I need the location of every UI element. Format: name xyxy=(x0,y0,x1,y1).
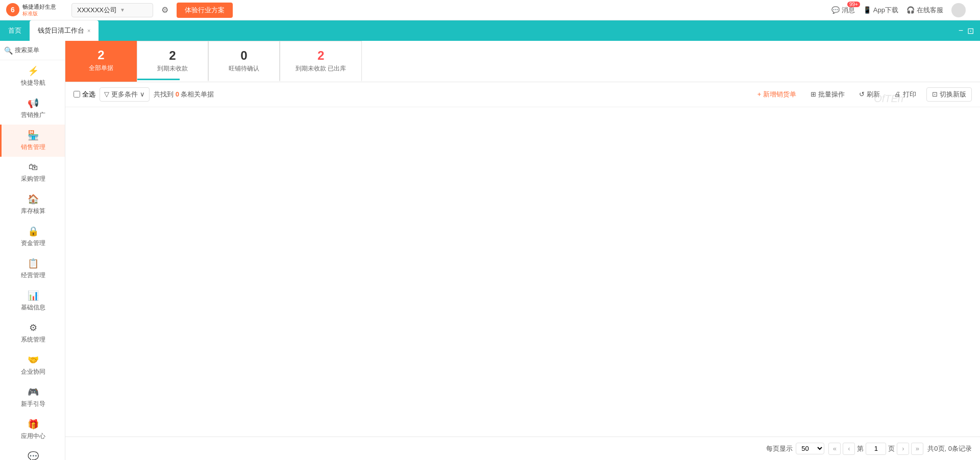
toolbar-right: + 新增销货单 ⊞ 批量操作 ↺ 刷新 🖨 打印 ⊡ 切换新版 xyxy=(753,87,972,102)
sidebar-item-label: 营销推广 xyxy=(21,111,45,119)
phone-icon: 📱 xyxy=(863,6,871,14)
sidebar-item-finance[interactable]: 🔒 资金管理 xyxy=(0,221,65,253)
search-icon: 🔍 xyxy=(4,46,13,55)
last-page-icon: » xyxy=(916,445,919,452)
sidebar-item-operation[interactable]: 📋 经营管理 xyxy=(0,253,65,285)
sidebar-item-enterprise[interactable]: 🤝 企业协同 xyxy=(0,349,65,381)
app-download-item[interactable]: 📱 App下载 xyxy=(863,6,898,15)
quick-nav-icon: ⚡ xyxy=(28,65,39,77)
tab-work[interactable]: 钱货日清工作台 × xyxy=(30,20,99,41)
card-all-label: 全部单据 xyxy=(89,64,113,72)
message-item[interactable]: 💬 消息 99+ xyxy=(831,6,855,15)
page-input[interactable] xyxy=(866,443,886,455)
tab-nav: 首页 钱货日清工作台 × − ⊡ xyxy=(0,20,980,41)
next-page-icon: › xyxy=(902,445,904,452)
batch-button[interactable]: ⊞ 批量操作 xyxy=(806,88,849,101)
batch-icon: ⊞ xyxy=(811,90,816,98)
switch-label: 切换新版 xyxy=(940,90,966,99)
select-all-input[interactable] xyxy=(74,91,80,98)
sidebar-item-label: 新手引导 xyxy=(21,400,45,408)
sidebar-item-purchase[interactable]: 🛍 采购管理 xyxy=(0,157,65,188)
sidebar-item-label: 企业协同 xyxy=(21,368,45,376)
card-pending-label: 旺铺待确认 xyxy=(229,64,259,73)
logo-title: 畅捷通好生意 xyxy=(22,3,56,10)
sidebar-item-sales[interactable]: 🏪 销售管理 xyxy=(0,125,65,157)
filter-label: 更多条件 xyxy=(111,90,138,99)
found-count: 0 xyxy=(176,90,179,98)
card-pending[interactable]: 0 旺铺待确认 xyxy=(208,41,280,82)
app-download-label: App下载 xyxy=(873,6,898,15)
card-overdue-out[interactable]: 2 到期未收款 已出库 xyxy=(280,41,362,82)
found-prefix: 共找到 xyxy=(154,90,174,98)
found-suffix: 条相关单据 xyxy=(181,90,214,98)
company-selector[interactable]: XXXXXX公司 ▼ xyxy=(71,3,153,17)
refresh-label: 刷新 xyxy=(867,90,880,99)
select-all-checkbox[interactable]: 全选 xyxy=(74,90,95,99)
avatar[interactable] xyxy=(951,3,966,17)
summary-cards: 2 全部单据 2 到期未收款 0 旺铺待确认 2 到期未收款 已出库 xyxy=(65,41,980,82)
close-tab-icon[interactable]: × xyxy=(87,28,90,34)
sidebar-item-label: 采购管理 xyxy=(21,175,45,183)
filter-button[interactable]: ▽ 更多条件 ∨ xyxy=(100,87,150,102)
operation-icon: 📋 xyxy=(28,258,39,269)
tab-home[interactable]: 首页 xyxy=(0,20,30,41)
search-label: 搜索菜单 xyxy=(15,46,39,55)
last-page-button[interactable]: » xyxy=(911,443,923,455)
sidebar-item-quick-nav[interactable]: ⚡ 快捷导航 xyxy=(0,60,65,92)
online-service-label: 在线客服 xyxy=(917,6,943,15)
progress-bar xyxy=(137,79,208,80)
sidebar-item-label: 经营管理 xyxy=(21,271,45,280)
top-bar: 6 畅捷通好生意 标准版 XXXXXX公司 ▼ ⚙ 体验行业方案 💬 消息 99… xyxy=(0,0,980,20)
next-page-button[interactable]: › xyxy=(897,443,909,455)
sidebar-item-basic[interactable]: 📊 基础信息 xyxy=(0,285,65,317)
sidebar-item-guide[interactable]: 🎮 新手引导 xyxy=(0,381,65,414)
sidebar-item-label: 基础信息 xyxy=(21,303,45,312)
refresh-button[interactable]: ↺ 刷新 xyxy=(855,88,884,101)
online-service-item[interactable]: 🎧 在线客服 xyxy=(906,6,943,15)
page-nav: « ‹ 第 页 › » xyxy=(828,443,923,455)
settings-icon[interactable]: ⚙ xyxy=(157,3,173,18)
sidebar-item-appstore[interactable]: 🎁 应用中心 xyxy=(0,414,65,446)
toolbar: 全选 ▽ 更多条件 ∨ 共找到 0 条相关单据 + 新增销货单 ⊞ xyxy=(65,82,980,107)
batch-label: 批量操作 xyxy=(818,90,845,99)
message-icon: 💬 xyxy=(831,6,840,14)
found-text: 共找到 0 条相关单据 xyxy=(154,90,214,99)
sidebar-item-inventory[interactable]: 🏠 库存核算 xyxy=(0,188,65,221)
marketing-icon: 📢 xyxy=(28,98,39,109)
print-label: 打印 xyxy=(903,90,916,99)
first-page-icon: « xyxy=(833,445,837,452)
finance-icon: 🔒 xyxy=(28,226,39,237)
tab-work-label: 钱货日清工作台 xyxy=(38,26,84,35)
refresh-icon: ↺ xyxy=(859,90,865,98)
trial-button[interactable]: 体验行业方案 xyxy=(177,3,233,18)
sidebar-item-wechat[interactable]: 💬 企业微信 xyxy=(0,446,65,460)
switch-icon: ⊡ xyxy=(932,90,938,98)
minimize-icon[interactable]: − xyxy=(959,26,963,35)
card-all-num: 2 xyxy=(97,48,104,63)
sidebar-item-label: 库存核算 xyxy=(21,207,45,215)
pagination: 每页显示 50 20 100 « ‹ 第 页 › xyxy=(65,437,980,460)
sidebar-item-marketing[interactable]: 📢 营销推广 xyxy=(0,92,65,125)
print-icon: 🖨 xyxy=(894,90,901,98)
sidebar-item-system[interactable]: ⚙ 系统管理 xyxy=(0,317,65,349)
add-sales-button[interactable]: + 新增销货单 xyxy=(753,88,800,101)
company-name: XXXXXX公司 xyxy=(77,6,117,15)
toolbar-left: 全选 ▽ 更多条件 ∨ 共找到 0 条相关单据 xyxy=(74,87,747,102)
per-page: 每页显示 50 20 100 xyxy=(766,443,824,454)
card-overdue-num: 2 xyxy=(169,49,176,63)
first-page-button[interactable]: « xyxy=(828,443,841,455)
card-overdue[interactable]: 2 到期未收款 xyxy=(137,41,208,82)
prev-page-button[interactable]: ‹ xyxy=(843,443,855,455)
print-button[interactable]: 🖨 打印 xyxy=(890,88,920,101)
sidebar-item-label: 系统管理 xyxy=(21,335,45,344)
select-all-label: 全选 xyxy=(82,90,95,99)
system-icon: ⚙ xyxy=(29,322,37,333)
wechat-icon: 💬 xyxy=(28,451,39,460)
main-content: 2 全部单据 2 到期未收款 0 旺铺待确认 2 到期未收款 已出库 xyxy=(65,41,980,460)
switch-version-button[interactable]: ⊡ 切换新版 xyxy=(926,87,972,102)
sidebar-search[interactable]: 🔍 搜索菜单 xyxy=(0,41,65,60)
card-all[interactable]: 2 全部单据 xyxy=(65,41,137,82)
per-page-select[interactable]: 50 20 100 xyxy=(796,443,824,454)
restore-icon[interactable]: ⊡ xyxy=(967,26,974,36)
dropdown-arrow-icon: ▼ xyxy=(120,7,125,13)
